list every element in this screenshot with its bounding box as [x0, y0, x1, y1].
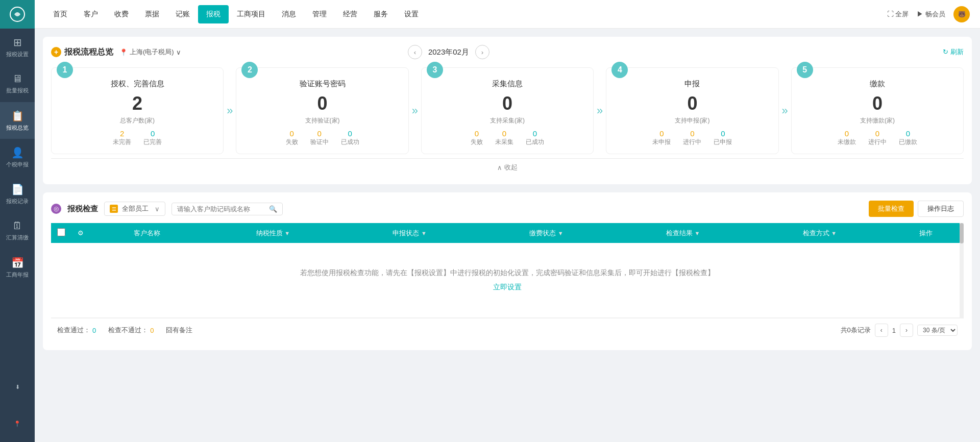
next-page-btn[interactable]: › [900, 324, 913, 337]
settings-icon[interactable]: ⚙ [78, 229, 84, 237]
col-declare-status-filter-icon[interactable]: ▼ [421, 230, 427, 236]
collapse-row: ∧ 收起 [51, 158, 964, 176]
nav-fees[interactable]: 收费 [106, 0, 137, 29]
sidebar-item-industry-annual[interactable]: 📅 工商年报 [0, 249, 35, 286]
step-2-stat-2-value: 0 [341, 129, 359, 138]
step-2-stat-2[interactable]: 0 已成功 [341, 129, 359, 146]
sidebar-item-download[interactable]: ⬇ [0, 369, 35, 405]
sidebar-item-batch-tax[interactable]: 🖥 批量报税 [0, 65, 35, 102]
avatar: 🐻 [953, 6, 970, 22]
search-input[interactable] [177, 205, 269, 213]
fullscreen-icon: ⛶ [887, 10, 894, 18]
current-page: 1 [892, 327, 896, 334]
nav-home[interactable]: 首页 [45, 0, 76, 29]
step-3-count: 0 [502, 93, 512, 114]
sidebar-item-tax-overview[interactable]: 📋 报税总览 [0, 102, 35, 139]
nav-settings[interactable]: 设置 [396, 0, 427, 29]
sidebar-logo [0, 0, 35, 29]
sidebar-item-personal-tax[interactable]: 👤 个税申报 [0, 139, 35, 176]
nav-tax[interactable]: 报税 [198, 5, 229, 23]
sidebar-item-location[interactable]: 📍 [0, 405, 35, 442]
fail-count-label: 检查不通过： 0 [108, 326, 154, 335]
step-4-stat-2[interactable]: 0 已申报 [714, 129, 732, 146]
step-3-stat-2[interactable]: 0 已成功 [526, 129, 544, 146]
fullscreen-btn[interactable]: ⛶ 全屏 [887, 10, 909, 19]
step-2-stat-1[interactable]: 0 验证中 [310, 129, 329, 146]
next-month-btn[interactable]: › [475, 45, 489, 59]
pass-count-value[interactable]: 0 [92, 327, 96, 334]
staff-select[interactable]: ☰ 全部员工 ∨ [104, 202, 165, 216]
overview-title: 报税流程总览 [64, 47, 113, 58]
step-4-count: 0 [687, 93, 697, 114]
step-3-stat-1-value: 0 [495, 129, 513, 138]
scrollbar-thumb[interactable] [960, 223, 964, 243]
col-pay-status-filter-icon[interactable]: ▼ [558, 230, 564, 236]
location-marker-icon: 📍 [119, 48, 128, 56]
pagination: 共0条记录 ‹ 1 › 30 条/页 [841, 324, 958, 337]
step-4-stat-1[interactable]: 0 进行中 [683, 129, 701, 146]
step-5-stat-1[interactable]: 0 进行中 [868, 129, 887, 146]
step-4-number: 4 [611, 62, 628, 78]
step-2-sub: 支持验证(家) [305, 116, 340, 125]
search-icon[interactable]: 🔍 [269, 205, 277, 213]
collapse-arrow-icon: ∧ [497, 164, 502, 171]
step-3-stat-0[interactable]: 0 失败 [471, 129, 483, 146]
industry-annual-icon: 📅 [11, 257, 24, 269]
col-check-result-filter-icon[interactable]: ▼ [695, 230, 700, 236]
step-1-title: 授权、完善信息 [111, 79, 164, 89]
sidebar-item-tax-settings[interactable]: ⊞ 报税设置 [0, 29, 35, 65]
select-all-checkbox[interactable] [57, 228, 65, 236]
per-page-select[interactable]: 30 条/页 [917, 325, 958, 336]
nav-accounting[interactable]: 记账 [167, 0, 198, 29]
first-page-btn[interactable]: ‹ [875, 324, 888, 337]
step-4-stat-2-value: 0 [714, 129, 732, 138]
step-3-stat-1[interactable]: 0 未采集 [495, 129, 513, 146]
calc-clear-icon: 🗓 [12, 220, 22, 232]
collapse-btn[interactable]: ∧ 收起 [497, 163, 518, 172]
batch-check-btn[interactable]: 批量检查 [869, 201, 914, 217]
setup-link[interactable]: 立即设置 [493, 283, 522, 291]
nav-messages[interactable]: 消息 [274, 0, 304, 29]
step-4-stat-0[interactable]: 0 未申报 [652, 129, 671, 146]
step-1-stat-1[interactable]: 0 已完善 [143, 129, 162, 146]
col-tax-type-filter-icon[interactable]: ▼ [284, 230, 290, 236]
nav-operations[interactable]: 经营 [335, 0, 365, 29]
fail-count-value[interactable]: 0 [150, 327, 154, 334]
location-tag[interactable]: 📍 上海(电子税局) ∨ [119, 47, 181, 57]
step-3-sub: 支持采集(家) [490, 116, 525, 125]
total-records: 共0条记录 [841, 326, 871, 335]
vip-btn[interactable]: ▶ 畅会员 [917, 10, 945, 19]
scrollbar-track [960, 223, 964, 318]
empty-msg: 若您想使用报税检查功能，请先在【报税设置】中进行报税的初始化设置，完成密码验证和… [67, 268, 947, 278]
setup-link-wrapper: 立即设置 [67, 283, 947, 292]
step-3-stat-2-value: 0 [526, 129, 544, 138]
step-5-stat-2[interactable]: 0 已缴款 [899, 129, 917, 146]
nav-industry[interactable]: 工商项目 [229, 0, 274, 29]
dropdown-icon: ∨ [176, 48, 181, 56]
step-5-stat-0[interactable]: 0 未缴款 [838, 129, 856, 146]
sidebar-item-calc-clear[interactable]: 🗓 汇算清缴 [0, 212, 35, 249]
nav-services[interactable]: 服务 [365, 0, 396, 29]
nav-customers[interactable]: 客户 [76, 0, 106, 29]
sidebar-item-tax-records[interactable]: 📄 报税记录 [0, 176, 35, 212]
step-3-number: 3 [427, 62, 443, 78]
refresh-btn[interactable]: ↻ 刷新 [943, 47, 964, 57]
col-checkbox [51, 223, 71, 243]
vip-icon: ▶ [917, 10, 923, 18]
empty-state-cell: 若您想使用报税检查功能，请先在【报税设置】中进行报税的初始化设置，完成密码验证和… [51, 243, 964, 318]
empty-state: 若您想使用报税检查功能，请先在【报税设置】中进行报税的初始化设置，完成密码验证和… [57, 248, 958, 312]
operation-log-btn[interactable]: 操作日志 [918, 201, 964, 217]
nav-invoices[interactable]: 票据 [137, 0, 167, 29]
step-1-stat-0[interactable]: 2 未完善 [113, 129, 131, 146]
nav-management[interactable]: 管理 [304, 0, 335, 29]
table-header-row: ⚙ 客户名称 纳税性质 ▼ 申报状态 ▼ [51, 223, 964, 243]
content: + 报税流程总览 📍 上海(电子税局) ∨ ‹ 2023年02月 › ↻ 刷新 [35, 29, 980, 442]
col-operations: 操作 [888, 223, 964, 243]
col-check-method-filter-icon[interactable]: ▼ [831, 230, 837, 236]
prev-month-btn[interactable]: ‹ [408, 45, 422, 59]
tax-overview-icon: 📋 [11, 110, 24, 122]
col-pay-status: 缴费状态 ▼ [478, 223, 615, 243]
step-2-stat-0-value: 0 [286, 129, 298, 138]
step-2-stat-0[interactable]: 0 失败 [286, 129, 298, 146]
tax-check-icon: ◎ [51, 204, 61, 214]
